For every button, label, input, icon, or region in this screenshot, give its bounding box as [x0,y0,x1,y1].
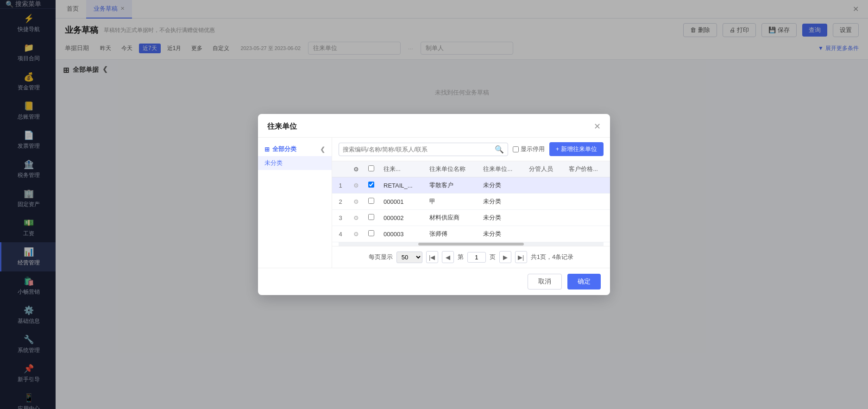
show-disabled-label[interactable]: 显示停用 [513,145,545,153]
row-name-1: 零散客户 [425,177,479,194]
row-check-cell-2 [364,194,379,210]
col-code-header: 往来... [379,161,425,177]
row-settings-4: ⚙ [349,226,364,242]
dialog-categories: ⊞ 全部分类 ❮ 未分类 [258,138,332,268]
row-price-4 [564,226,610,242]
table-scrollbar[interactable] [339,242,604,246]
row-code-3: 000002 [379,210,425,226]
row-check-cell-3 [364,210,379,226]
row-manager-4 [524,226,564,242]
row-price-2 [564,194,610,210]
dialog-right-panel: 🔍 显示停用 + 新增往来单位 ⚙ [332,138,610,268]
col-name-header: 往来单位名称 [425,161,479,177]
row-settings-2: ⚙ [349,194,364,210]
search-icon: 🔍 [495,145,504,154]
col-settings-header: ⚙ [349,161,364,177]
row-index-2: 2 [332,194,349,210]
table-row[interactable]: 2 ⚙ 000001 甲 未分类 [332,194,610,210]
collapse-icon[interactable]: ❮ [320,146,325,153]
row-category-3: 未分类 [478,210,524,226]
per-page-label: 每页显示 [369,253,393,261]
row-checkbox-3[interactable] [368,214,374,220]
per-page-select[interactable]: 50 100 [396,252,422,263]
table-row[interactable]: 1 ⚙ RETAIL_... 零散客户 未分类 [332,177,610,194]
row-checkbox-1[interactable] [368,182,374,188]
col-price-header: 客户价格... [564,161,610,177]
row-check-cell-4 [364,226,379,242]
row-category-4: 未分类 [478,226,524,242]
page-number-input[interactable] [467,252,486,263]
row-settings-3: ⚙ [349,210,364,226]
page-label-suffix: 页 [490,253,496,261]
row-check-cell-1 [364,177,379,194]
col-index-header [332,161,349,177]
confirm-button[interactable]: 确定 [567,274,601,289]
search-input[interactable] [343,146,492,153]
dialog-title: 往来单位 [267,122,297,132]
first-page-btn[interactable]: |◀ [426,251,438,263]
dialog-header: 往来单位 ✕ [258,114,610,138]
scrollbar-thumb [418,243,524,245]
row-checkbox-4[interactable] [368,230,374,236]
dialog-overlay[interactable]: 往来单位 ✕ ⊞ 全部分类 ❮ 未分类 [0,0,868,409]
row-code-4: 000003 [379,226,425,242]
select-all-checkbox[interactable] [368,165,374,171]
category-header[interactable]: ⊞ 全部分类 ❮ [258,142,332,156]
col-category-header: 往来单位... [478,161,524,177]
row-index-4: 4 [332,226,349,242]
last-page-btn[interactable]: ▶| [515,251,527,263]
show-disabled-text: 显示停用 [521,145,545,153]
row-category-2: 未分类 [478,194,524,210]
dialog-body: ⊞ 全部分类 ❮ 未分类 🔍 显示停用 [258,138,610,268]
partner-dialog: 往来单位 ✕ ⊞ 全部分类 ❮ 未分类 [258,114,610,295]
total-label: 共1页，4条记录 [531,253,573,261]
row-price-1 [564,177,610,194]
row-manager-1 [524,177,564,194]
category-header-label: 全部分类 [272,145,296,153]
category-unclassified[interactable]: 未分类 [258,156,332,170]
next-page-btn[interactable]: ▶ [499,251,511,263]
dialog-close-icon[interactable]: ✕ [594,121,601,132]
row-index-1: 1 [332,177,349,194]
row-category-1: 未分类 [478,177,524,194]
dialog-footer: 取消 确定 [258,268,610,295]
row-index-3: 3 [332,210,349,226]
row-manager-2 [524,194,564,210]
dialog-search-bar: 🔍 显示停用 + 新增往来单位 [332,138,610,161]
prev-page-btn[interactable]: ◀ [442,251,454,263]
col-check-header[interactable] [364,161,379,177]
row-code-2: 000001 [379,194,425,210]
dialog-table: ⚙ 往来... 往来单位名称 往来单位... 分管人员 客户价格... 1 ⚙ … [332,161,610,242]
row-name-3: 材料供应商 [425,210,479,226]
cancel-button[interactable]: 取消 [528,274,562,289]
page-label-first: 第 [458,253,464,261]
category-unclassified-label: 未分类 [264,159,283,166]
row-price-3 [564,210,610,226]
row-settings-1: ⚙ [349,177,364,194]
row-manager-3 [524,210,564,226]
row-name-2: 甲 [425,194,479,210]
row-name-4: 张师傅 [425,226,479,242]
row-checkbox-2[interactable] [368,198,374,204]
col-manager-header: 分管人员 [524,161,564,177]
search-input-wrapper: 🔍 [339,143,508,156]
dialog-pagination: 每页显示 50 100 |◀ ◀ 第 页 ▶ ▶| 共1页，4条记录 [332,246,610,268]
table-row[interactable]: 4 ⚙ 000003 张师傅 未分类 [332,226,610,242]
row-code-1: RETAIL_... [379,177,425,194]
show-disabled-checkbox[interactable] [513,146,519,152]
add-partner-button[interactable]: + 新增往来单位 [549,142,604,156]
table-row[interactable]: 3 ⚙ 000002 材料供应商 未分类 [332,210,610,226]
